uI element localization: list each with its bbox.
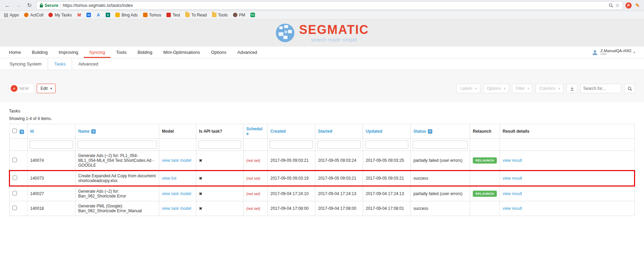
- back-button[interactable]: ←: [3, 1, 12, 10]
- nav-item-advanced[interactable]: Advanced: [232, 47, 263, 58]
- folder-icon: [185, 13, 190, 17]
- tab-advanced[interactable]: Advanced: [72, 58, 104, 70]
- options-dropdown-button[interactable]: Options: [483, 84, 509, 93]
- nav-item-improving[interactable]: Improving: [53, 47, 84, 58]
- help-icon[interactable]: ?: [20, 130, 24, 134]
- view-result-link[interactable]: view result: [503, 191, 522, 196]
- row-checkbox[interactable]: [13, 176, 17, 180]
- row-checkbox[interactable]: [12, 158, 17, 162]
- nav-item-syncing[interactable]: Syncing: [84, 47, 110, 58]
- secure-badge[interactable]: Secure: [39, 3, 58, 8]
- table-row: 140073 Create Expanded Ad Copy from docu…: [10, 171, 635, 186]
- nav-item-building[interactable]: Building: [26, 47, 53, 58]
- header-updated[interactable]: Updated: [363, 124, 411, 139]
- id-filter-input[interactable]: [30, 141, 73, 149]
- bookmark-item[interactable]: M: [77, 13, 81, 17]
- analytics-icon: A: [96, 13, 101, 17]
- bookmark-item[interactable]: 31: [86, 13, 91, 17]
- select-all-checkbox[interactable]: [12, 129, 17, 133]
- folder-icon: [212, 13, 216, 17]
- gmail-icon: M: [77, 13, 81, 17]
- bookmark-item[interactable]: PM: [233, 13, 245, 17]
- model-link[interactable]: view task model: [162, 191, 191, 196]
- user-id: #280: [600, 53, 607, 56]
- help-icon[interactable]: ?: [428, 129, 432, 134]
- tab-syncing-system[interactable]: Syncing System: [3, 58, 48, 70]
- globe-icon: [275, 23, 295, 43]
- view-result-link[interactable]: view result: [503, 206, 522, 211]
- refresh-button[interactable]: ↻: [25, 1, 34, 10]
- row-checkbox[interactable]: [12, 206, 17, 210]
- relaunch-button[interactable]: RELAUNCH: [473, 157, 497, 164]
- bookmark-item[interactable]: A: [96, 13, 101, 17]
- cell-schedule: (not set): [246, 176, 260, 180]
- toolbar: + NEW Edit Labels Options Filter Columns: [9, 84, 635, 93]
- my-tasks-icon: [48, 13, 53, 17]
- zoom-icon[interactable]: [609, 3, 613, 8]
- cell-updated: 2017-09-05 09:03:21: [363, 171, 411, 186]
- nav-item-tools[interactable]: Tools: [110, 47, 132, 58]
- address-bar[interactable]: Secure https://tomus.segmatic.io/tasks/i…: [36, 1, 623, 10]
- bookmark-star-icon[interactable]: ☆: [615, 2, 620, 9]
- tasks-table: ? Id Name? Model Is API task? Schedule C…: [9, 124, 635, 216]
- model-link[interactable]: view task model: [162, 158, 191, 163]
- bookmark-label: My Tasks: [55, 13, 72, 17]
- columns-dropdown-button[interactable]: Columns: [536, 84, 564, 93]
- bing-icon: b: [106, 13, 110, 17]
- labels-dropdown-button[interactable]: Labels: [456, 84, 480, 93]
- bookmark-item[interactable]: Apps: [3, 13, 19, 17]
- export-download-button[interactable]: [566, 84, 577, 93]
- edit-dropdown-button[interactable]: Edit: [37, 84, 56, 93]
- cell-schedule: (not set): [246, 206, 260, 211]
- header-result-details: Result details: [500, 124, 635, 139]
- tab-tasks[interactable]: Tasks: [48, 58, 72, 70]
- bookmark-item[interactable]: b: [106, 13, 110, 17]
- search-input[interactable]: [580, 84, 621, 93]
- new-button[interactable]: + NEW: [9, 84, 34, 93]
- forward-button[interactable]: →: [14, 1, 23, 10]
- model-link[interactable]: view list: [162, 176, 176, 181]
- created-filter-input[interactable]: [270, 141, 313, 149]
- view-result-link[interactable]: view result: [503, 176, 522, 181]
- filter-dropdown-button[interactable]: Filter: [512, 84, 533, 93]
- apps-grid-icon: [3, 13, 8, 17]
- not-api-icon: ✖: [199, 192, 202, 196]
- header-created[interactable]: Created: [268, 124, 315, 139]
- started-filter-input[interactable]: [317, 141, 361, 149]
- p-extension-icon[interactable]: P: [625, 2, 632, 9]
- cell-started: 2017-09-04 17:24:13: [315, 186, 363, 201]
- bookmark-item[interactable]: Bing Ads: [115, 13, 138, 17]
- row-checkbox[interactable]: [12, 191, 17, 195]
- nav-item-bidding[interactable]: Bidding: [132, 47, 158, 58]
- user-menu[interactable]: Z-ManualQA-#062 #280 ▾: [592, 47, 641, 58]
- relaunch-button[interactable]: RELAUNCH: [473, 191, 497, 197]
- help-icon[interactable]: ?: [91, 129, 96, 134]
- table-row: 140018 Generate PML (Google): Ban_062_Sh…: [10, 201, 635, 216]
- bookmark-item[interactable]: TC: [250, 13, 255, 17]
- bookmark-item[interactable]: My Tasks: [48, 13, 72, 17]
- browser-toolbar: ← → ↻ Secure https://tomus.segmatic.io/t…: [0, 0, 644, 11]
- bookmark-item[interactable]: Tomus: [143, 13, 161, 17]
- nav-item-mini-optimisations[interactable]: Mini-Optimisations: [158, 47, 206, 58]
- bookmark-item[interactable]: Test: [166, 13, 180, 17]
- header-schedule[interactable]: Schedule: [244, 124, 268, 139]
- model-link[interactable]: view task model: [162, 206, 191, 211]
- search-button[interactable]: [624, 84, 635, 93]
- url-text[interactable]: https://tomus.segmatic.io/tasks/index: [63, 3, 607, 8]
- header-name[interactable]: Name?: [75, 124, 159, 139]
- name-filter-input[interactable]: [78, 141, 157, 149]
- status-filter-input[interactable]: [413, 141, 468, 149]
- updated-filter-input[interactable]: [365, 141, 408, 149]
- nav-item-options[interactable]: Options: [206, 47, 232, 58]
- bookmark-item[interactable]: To Read: [185, 13, 207, 17]
- view-result-link[interactable]: view result: [503, 158, 522, 163]
- header-id[interactable]: Id: [27, 124, 75, 139]
- bookmark-item[interactable]: ActColl: [24, 13, 43, 17]
- bookmark-item[interactable]: Tools: [212, 13, 228, 17]
- header-started[interactable]: Started: [315, 124, 363, 139]
- table-header-row: ? Id Name? Model Is API task? Schedule C…: [10, 124, 635, 139]
- header-status[interactable]: Status?: [411, 124, 470, 139]
- pencil-extension-icon[interactable]: ✎: [634, 2, 641, 9]
- is-api-filter-input[interactable]: [198, 141, 241, 149]
- nav-item-home[interactable]: Home: [3, 47, 26, 58]
